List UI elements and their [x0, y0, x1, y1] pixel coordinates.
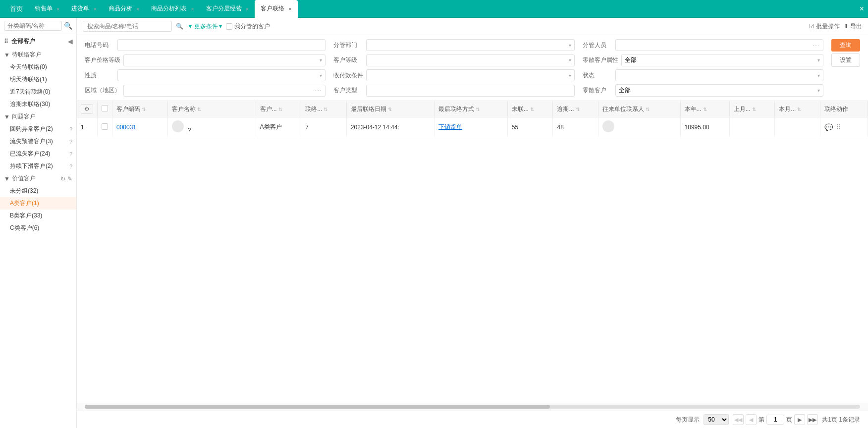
my-customers-checkbox[interactable]	[226, 23, 232, 30]
manager-more-icon[interactable]: ···	[813, 43, 820, 48]
th-this-year-sort-icon[interactable]: ⇅	[703, 107, 707, 112]
nav-tab-customer-contact[interactable]: 客户联络 ×	[255, 0, 297, 18]
sidebar-group-pending[interactable]: ▼ 待联络客户	[0, 49, 76, 61]
setting-button[interactable]: 设置	[831, 54, 860, 67]
th-overdue-sort-icon[interactable]: ⇅	[576, 107, 580, 112]
row-checkbox[interactable]	[102, 123, 108, 130]
search-input[interactable]	[83, 21, 172, 32]
contact-method-link[interactable]: 下销货单	[438, 123, 462, 130]
dept-select[interactable]: ▾	[366, 39, 574, 51]
th-last-contact-method-sort-icon[interactable]: ⇅	[476, 107, 480, 112]
search-icon[interactable]: 🔍	[176, 23, 183, 30]
batch-op-btn[interactable]: ☑ 批量操作	[809, 22, 840, 31]
more-filters-btn[interactable]: ▼ 更多条件 ▾	[187, 22, 222, 31]
th-contact-count-sort-icon[interactable]: ⇅	[324, 107, 327, 112]
sidebar-search-icon[interactable]: 🔍	[64, 22, 72, 30]
cust-type-input[interactable]	[366, 85, 574, 97]
qr-icon[interactable]: ⠿	[836, 123, 841, 131]
nav-tab-customer-segment-close[interactable]: ×	[246, 6, 249, 12]
cust-grade-select[interactable]: ▾	[366, 54, 574, 66]
status-select[interactable]: ▾	[615, 69, 823, 81]
th-not-contacted-sort-icon[interactable]: ⇅	[530, 107, 534, 112]
nav-tab-analysis-list[interactable]: 商品分析列表 ×	[145, 0, 200, 18]
cell-last-contact-date: 2023-04-12 14:44:	[346, 117, 434, 137]
th-contacts-sort-icon[interactable]: ⇅	[646, 107, 650, 112]
nav-tab-analysis[interactable]: 商品分析 ×	[103, 0, 145, 18]
th-last-contact-date-label: 最后联络日期	[351, 105, 386, 113]
th-actions-label: 联络动作	[824, 106, 848, 112]
nav-tab-customer-segment[interactable]: 客户分层经营 ×	[200, 0, 255, 18]
payment-select[interactable]: ▾	[366, 69, 574, 81]
value-group-refresh-icon[interactable]: ↻	[60, 175, 65, 182]
scrollbar-thumb[interactable]	[85, 405, 550, 409]
retail-attr-select[interactable]: 全部 ▾	[621, 54, 823, 66]
query-button[interactable]: 查询	[831, 39, 860, 52]
sidebar-group-problem[interactable]: ▼ 问题客户	[0, 110, 76, 123]
price-grade-arrow-icon: ▾	[320, 57, 322, 63]
cell-contact-count: 7	[301, 117, 347, 137]
current-page-input[interactable]	[766, 415, 784, 425]
filter-cell-phone: 电话号码	[85, 39, 329, 51]
th-last-contact-date-sort-icon[interactable]: ⇅	[388, 107, 392, 112]
nav-home[interactable]: 首页	[4, 4, 29, 13]
my-customers-checkbox-label[interactable]: 我分管的客户	[226, 22, 270, 31]
sidebar-group-value[interactable]: ▼ 价值客户 ↻ ✎	[0, 172, 76, 185]
th-code-sort-icon[interactable]: ⇅	[142, 107, 146, 112]
table-settings-btn[interactable]: ⚙	[81, 104, 93, 114]
manager-input[interactable]: ···	[615, 39, 823, 51]
first-page-btn[interactable]: ◀◀	[733, 414, 744, 425]
sidebar-item-b-class[interactable]: B类客户(33)	[0, 210, 76, 222]
cust-type-label: 客户类型	[333, 86, 363, 95]
action-icons: 💬 ⠿	[824, 123, 864, 131]
sidebar-item-tomorrow[interactable]: 明天待联络(1)	[0, 73, 76, 86]
nav-tab-customer-segment-label: 客户分层经营	[206, 4, 242, 13]
sidebar-item-churned[interactable]: 已流失客户(24) ?	[0, 148, 76, 160]
sidebar-item-churn-warning[interactable]: 流失预警客户(3) ?	[0, 135, 76, 148]
region-input[interactable]: ···	[123, 85, 326, 97]
sidebar-item-7days[interactable]: 近7天待联络(0)	[0, 86, 76, 98]
value-group-edit-icon[interactable]: ✎	[67, 175, 72, 182]
nav-tab-customer-contact-close[interactable]: ×	[288, 6, 291, 12]
retail-cust-select[interactable]: 全部 ▾	[615, 84, 823, 97]
global-close-btn[interactable]: ×	[860, 4, 864, 13]
th-contacts: 往来单位联系人 ⇅	[598, 101, 680, 117]
nature-select[interactable]: ▾	[117, 69, 326, 81]
nav-tab-sales-close[interactable]: ×	[56, 6, 59, 12]
sidebar-item-today[interactable]: 今天待联络(0)	[0, 61, 76, 73]
value-group-arrow: ▼	[4, 175, 10, 182]
nav-tab-analysis-close[interactable]: ×	[136, 6, 139, 12]
select-all-checkbox[interactable]	[102, 105, 108, 111]
nav-tab-analysis-list-close[interactable]: ×	[191, 6, 194, 12]
th-cust-type-sort-icon[interactable]: ⇅	[278, 107, 282, 112]
sidebar-item-overdue[interactable]: 逾期未联络(30)	[0, 98, 76, 110]
page-size-select[interactable]: 50 10 20 100	[704, 414, 729, 425]
nav-tab-purchase[interactable]: 进货单 ×	[65, 0, 102, 18]
sidebar-item-c-class[interactable]: C类客户(6)	[0, 222, 76, 234]
price-grade-select[interactable]: ▾	[123, 54, 326, 66]
sidebar-collapse-icon[interactable]: ◀	[68, 38, 72, 45]
th-last-month-sort-icon[interactable]: ⇅	[752, 107, 756, 112]
last-page-btn[interactable]: ▶▶	[807, 414, 818, 425]
next-page-btn[interactable]: ▶	[794, 414, 805, 425]
prev-page-btn[interactable]: ◀	[746, 414, 757, 425]
horizontal-scrollbar[interactable]	[77, 403, 868, 411]
sidebar-all-customers[interactable]: ⠿ 全部客户 ◀	[0, 34, 76, 49]
sidebar-item-declining[interactable]: 持续下滑客户(2) ?	[0, 160, 76, 172]
region-more-icon[interactable]: ···	[315, 88, 322, 93]
nav-tab-sales[interactable]: 销售单 ×	[29, 0, 65, 18]
th-name-sort-icon[interactable]: ⇅	[197, 107, 201, 112]
nav-tab-purchase-close[interactable]: ×	[93, 6, 96, 12]
sidebar-search-input[interactable]	[4, 21, 62, 31]
export-btn[interactable]: ⬆ 导出	[844, 22, 862, 31]
scrollbar-track[interactable]	[85, 405, 860, 409]
th-this-month-sort-icon[interactable]: ⇅	[797, 107, 801, 112]
sidebar-item-unsorted[interactable]: 未分组(32)	[0, 185, 76, 197]
chat-icon[interactable]: 💬	[824, 123, 833, 131]
phone-input[interactable]	[117, 39, 326, 51]
filter-cell-price-grade: 客户价格等级 ▾	[85, 54, 329, 66]
content-area: 🔍 ▼ 更多条件 ▾ 我分管的客户 ☑ 批量操作 ⬆ 导出	[77, 18, 868, 428]
sidebar-item-repurchase[interactable]: 回购异常客户(2) ?	[0, 123, 76, 135]
cell-code[interactable]: 000031	[112, 117, 168, 137]
phone-label: 电话号码	[85, 41, 114, 50]
sidebar-item-a-class[interactable]: A类客户(1)	[0, 197, 76, 210]
